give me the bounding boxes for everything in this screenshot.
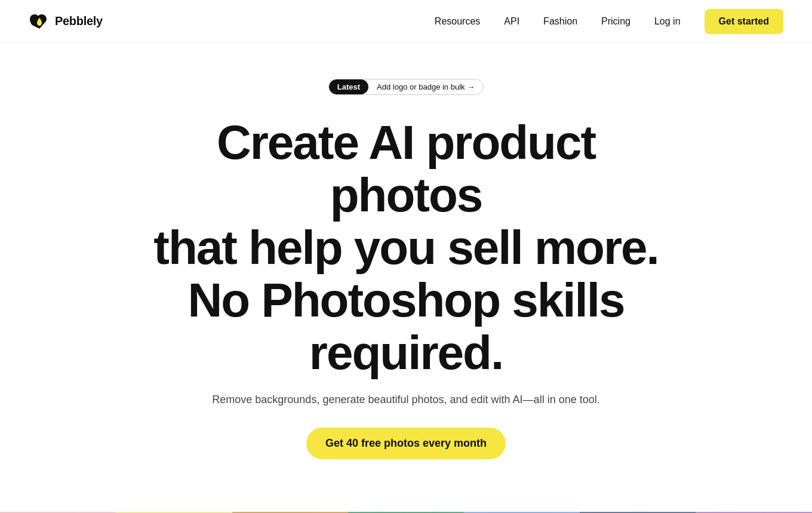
hero-cta-button[interactable]: Get 40 free photos every month: [306, 428, 506, 459]
hero-title-line1: Create AI product photos: [217, 116, 595, 222]
logo-icon: [29, 13, 50, 30]
hero-title: Create AI product photos that help you s…: [137, 116, 675, 379]
nav-api[interactable]: API: [504, 16, 519, 27]
hero-subtitle: Remove backgrounds, generate beautiful p…: [12, 394, 800, 406]
badge-text: Add logo or badge in bulk →: [368, 79, 483, 94]
get-started-button[interactable]: Get started: [705, 9, 783, 34]
navbar: Pebblely Resources API Fashion Pricing L…: [0, 0, 812, 43]
nav-pricing[interactable]: Pricing: [601, 16, 630, 27]
nav-fashion[interactable]: Fashion: [543, 16, 577, 27]
login-link[interactable]: Log in: [654, 16, 681, 27]
latest-badge[interactable]: Latest Add logo or badge in bulk →: [328, 79, 484, 95]
nav-links: Resources API Fashion Pricing Log in Get…: [435, 9, 783, 34]
hero-title-line2: that help you sell more.: [153, 221, 659, 274]
hero-section: Latest Add logo or badge in bulk → Creat…: [0, 43, 812, 483]
logo-link[interactable]: Pebblely: [29, 13, 103, 30]
logo-text: Pebblely: [55, 14, 103, 28]
hero-title-line3: No Photoshop skills required.: [188, 274, 625, 379]
nav-resources[interactable]: Resources: [435, 16, 480, 27]
latest-tag: Latest: [329, 79, 368, 94]
